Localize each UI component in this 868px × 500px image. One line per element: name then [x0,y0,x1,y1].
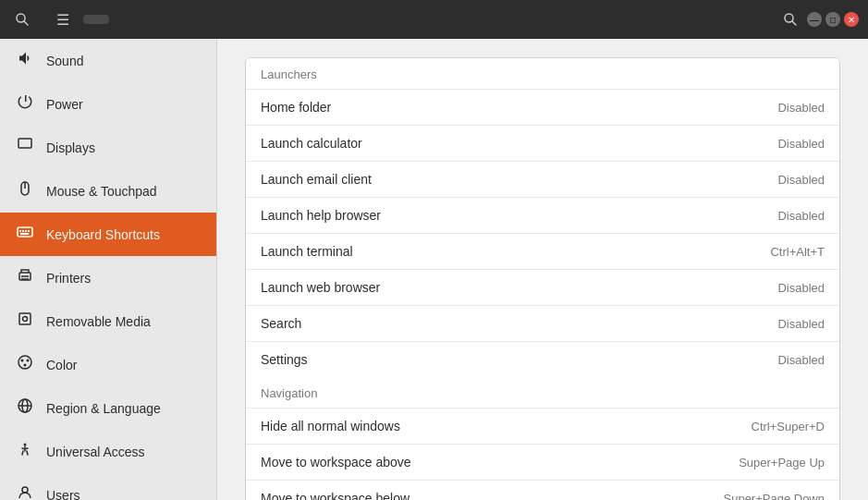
shortcut-value: Super+Page Up [739,456,825,470]
shortcut-row[interactable]: Launch help browser Disabled [246,197,839,233]
sidebar-label-printers: Printers [46,271,91,286]
svg-point-23 [24,444,27,446]
shortcut-name: Hide all normal windows [261,419,752,433]
printers-icon [15,267,35,288]
shortcut-value: Disabled [777,101,825,115]
shortcut-name: Launch web browser [261,280,777,295]
sidebar-item-keyboard-shortcuts[interactable]: Keyboard Shortcuts [0,213,216,256]
shortcut-value: Ctrl+Alt+T [770,245,825,259]
search-button[interactable] [777,6,803,32]
close-button[interactable]: ✕ [844,12,859,27]
svg-line-3 [792,21,796,25]
users-icon [15,484,35,500]
sidebar-item-users[interactable]: Users [0,473,216,500]
shortcut-value: Disabled [777,209,825,223]
content-area: Launchers Home folder Disabled Launch ca… [217,39,868,500]
svg-point-18 [27,360,30,362]
shortcut-row[interactable]: Hide all normal windows Ctrl+Super+D [246,408,839,444]
svg-line-1 [24,21,28,25]
sidebar-label-removable-media: Removable Media [46,314,151,329]
reset-all-button[interactable] [83,15,109,24]
color-icon [15,354,35,375]
shortcut-row[interactable]: Search Disabled [246,305,839,341]
shortcut-name: Move to workspace above [261,455,739,470]
svg-rect-10 [25,230,27,232]
svg-point-19 [24,364,27,367]
main-area: Sound Power Displays Mouse & Touchpad Ke… [0,39,868,500]
svg-point-16 [18,356,31,369]
sidebar-item-color[interactable]: Color [0,343,216,386]
svg-rect-14 [19,313,31,324]
sound-icon [15,50,35,71]
shortcut-name: Launch email client [261,172,777,187]
sidebar-label-region-language: Region & Language [46,401,161,416]
sidebar-item-universal-access[interactable]: Universal Access [0,430,216,473]
shortcut-value: Disabled [777,353,825,367]
section-header-navigation: Navigation [246,377,839,408]
shortcuts-panel: Launchers Home folder Disabled Launch ca… [245,57,840,500]
svg-rect-8 [19,230,21,232]
sidebar-label-power: Power [46,97,83,112]
sidebar-label-keyboard-shortcuts: Keyboard Shortcuts [46,227,160,242]
removable-media-icon [15,311,35,332]
shortcut-row[interactable]: Home folder Disabled [246,89,839,125]
shortcut-row[interactable]: Move to workspace below Super+Page Down [246,480,839,500]
svg-point-24 [22,487,28,493]
maximize-button[interactable]: □ [825,12,840,27]
sidebar: Sound Power Displays Mouse & Touchpad Ke… [0,39,217,500]
svg-rect-12 [20,233,29,235]
power-icon [15,93,35,115]
shortcut-value: Disabled [777,317,825,331]
shortcut-name: Search [261,316,777,331]
shortcut-row[interactable]: Settings Disabled [246,341,839,377]
shortcut-row[interactable]: Launch web browser Disabled [246,269,839,305]
region-language-icon [15,397,35,419]
shortcut-row[interactable]: Move to workspace above Super+Page Up [246,444,839,480]
shortcut-value: Disabled [777,137,825,151]
sidebar-item-displays[interactable]: Displays [0,126,216,169]
mouse-touchpad-icon [15,180,35,201]
sidebar-label-users: Users [46,488,80,501]
shortcut-row[interactable]: Launch calculator Disabled [246,125,839,161]
svg-rect-11 [28,230,30,232]
sidebar-item-mouse-touchpad[interactable]: Mouse & Touchpad [0,169,216,213]
shortcut-name: Settings [261,352,777,367]
shortcut-value: Disabled [777,173,825,187]
sidebar-label-mouse-touchpad: Mouse & Touchpad [46,184,157,199]
svg-rect-4 [18,139,31,148]
shortcut-value: Disabled [777,281,825,295]
svg-point-17 [21,360,24,362]
shortcut-name: Home folder [261,100,777,115]
svg-rect-9 [22,230,24,232]
keyboard-shortcuts-icon [15,224,35,245]
shortcut-name: Launch help browser [261,208,777,223]
displays-icon [15,137,35,158]
titlebar-left: ☰ [9,6,109,32]
sidebar-item-sound[interactable]: Sound [0,39,216,82]
menu-button[interactable]: ☰ [50,6,76,32]
shortcut-value: Super+Page Down [724,492,825,501]
shortcut-value: Ctrl+Super+D [752,420,825,433]
sidebar-label-displays: Displays [46,140,95,155]
shortcut-name: Launch terminal [261,244,770,259]
svg-point-15 [23,317,28,322]
sidebar-item-removable-media[interactable]: Removable Media [0,299,216,343]
sidebar-label-sound: Sound [46,54,83,68]
titlebar: ☰ — □ ✕ [0,0,868,39]
section-header-launchers: Launchers [246,58,839,89]
shortcut-row[interactable]: Launch terminal Ctrl+Alt+T [246,233,839,269]
sidebar-item-printers[interactable]: Printers [0,256,216,299]
sidebar-item-power[interactable]: Power [0,82,216,126]
titlebar-right: — □ ✕ [777,6,859,32]
shortcut-name: Launch calculator [261,136,777,151]
titlebar-search-left-icon[interactable] [9,6,35,32]
sidebar-item-region-language[interactable]: Region & Language [0,386,216,430]
universal-access-icon [15,441,35,462]
shortcut-row[interactable]: Launch email client Disabled [246,161,839,197]
minimize-button[interactable]: — [807,12,822,27]
sidebar-label-color: Color [46,358,77,372]
shortcut-name: Move to workspace below [261,491,724,500]
sidebar-label-universal-access: Universal Access [46,445,145,459]
